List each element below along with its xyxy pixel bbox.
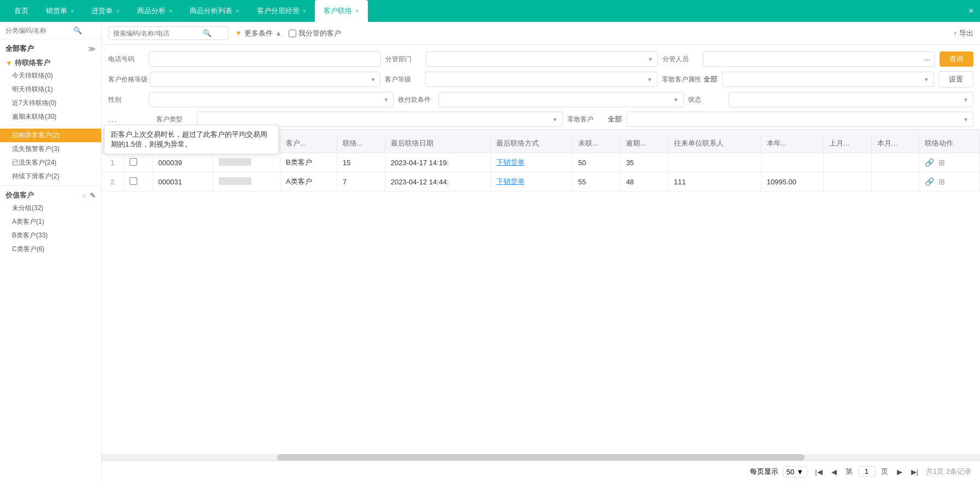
page-suffix: 页 (878, 466, 891, 478)
nav-tab-purchase-label: 进货单 (91, 6, 113, 16)
nav-tab-product-list-close[interactable]: × (236, 8, 239, 14)
td-ldate-1: 2023-04-12 14:44: (385, 172, 490, 191)
sidebar-divider-2 (0, 185, 101, 186)
td-code-1: 000031 (152, 172, 213, 191)
export-button[interactable]: ↑ 导出 (954, 28, 974, 38)
filter-phone-select[interactable] (149, 51, 381, 67)
row-checkbox-0[interactable] (130, 158, 137, 166)
sidebar-item-c-class[interactable]: C类客户(6) (0, 242, 101, 256)
sidebar-search-icon[interactable]: 🔍 (73, 26, 82, 34)
search-icon[interactable]: 🔍 (203, 29, 212, 37)
filter-bar: 🔍 ▼ 更多条件 ▲ 我分管的客户 ↑ 导出 (102, 22, 980, 45)
sidebar-item-tomorrow[interactable]: 明天待联络(1) (0, 83, 101, 96)
th-contact-person: 往来单位联系人 (668, 134, 761, 153)
search-input[interactable] (113, 30, 201, 37)
window-close-button[interactable]: × (969, 6, 973, 16)
sidebar-item-today[interactable]: 今天待联络(0) (0, 69, 101, 83)
sidebar-group2-circle[interactable]: ○ (82, 191, 86, 200)
th-this-month: 本月... (871, 134, 919, 153)
td-cperson-0 (668, 153, 761, 172)
nav-tab-customer-tier-label: 客户分层经营 (257, 6, 300, 16)
filter-retail-customer-value: 全部 (608, 114, 622, 124)
filter-retail-attr-select[interactable]: ▼ (722, 72, 934, 87)
nav-tab-customer-contact[interactable]: 客户联络 × (315, 0, 367, 22)
filter-field-retail-customer: 零散客户 全部 ▼ (567, 112, 974, 127)
per-page-select[interactable]: 50 ▼ (783, 466, 807, 478)
filter-branch-dept-select[interactable]: ▼ (426, 51, 658, 67)
filter-more-dots[interactable]: ... (108, 114, 117, 124)
page-first-btn[interactable]: |◀ (812, 467, 825, 477)
nav-tab-sales[interactable]: 销货单 × (37, 0, 83, 22)
td-index-1: 2 (102, 172, 124, 191)
nav-tab-home[interactable]: 首页 (5, 0, 37, 22)
last-contact-link-1[interactable]: 下销货单 (496, 177, 525, 185)
nav-tab-purchase-close[interactable]: × (116, 8, 119, 14)
page-number-input[interactable] (858, 466, 876, 477)
td-nocontact-0: 50 (572, 153, 620, 172)
td-ctype-0: B类客户 (280, 153, 337, 172)
page-last-btn[interactable]: ▶| (908, 467, 922, 477)
action-grid-0[interactable]: ⊞ (938, 158, 945, 167)
td-index-0: 1 (102, 153, 124, 172)
td-lmethod-1: 下销货单 (490, 172, 572, 191)
filter-field-price-level: 客户价格等级 ▼ (108, 72, 380, 87)
td-thismonth-1 (871, 172, 919, 191)
sidebar-item-a-class[interactable]: A类客户(1) (0, 215, 101, 229)
table-area: ⚙ 客户编码 客户名称 客户... 联络... 最后联络日期 最后联络方式 未联… (102, 134, 980, 454)
action-grid-1[interactable]: ⊞ (938, 177, 945, 186)
sidebar-all-customers-header: 全部客户 ≫ (0, 39, 101, 56)
page-next-btn[interactable]: ▶ (894, 467, 906, 477)
filter-payment-select[interactable]: ▼ (438, 92, 683, 107)
sidebar-item-7days[interactable]: 近7天待联络(0) (0, 96, 101, 110)
td-ccount-1: 7 (337, 172, 385, 191)
main-layout: 🔍 全部客户 ≫ ▼ 待联络客户 今天待联络(0) 明天待联络(1) 近7天待联… (0, 22, 980, 482)
td-cb-0 (124, 153, 152, 172)
filter-branch-dept-label: 分管部门 (385, 55, 424, 64)
nav-tab-purchase[interactable]: 进货单 × (83, 0, 128, 22)
query-button[interactable]: 查询 (940, 51, 973, 67)
action-link-0[interactable]: 🔗 (925, 158, 934, 167)
my-customers-checkbox[interactable] (289, 30, 296, 37)
sidebar-search-input[interactable] (5, 27, 71, 34)
sidebar-item-overdue[interactable]: 逾期未联络(30) (0, 110, 101, 124)
horizontal-scrollbar[interactable] (102, 454, 980, 461)
sidebar-item-declining[interactable]: 持续下滑客户(2) (0, 170, 101, 183)
th-last-contact-date: 最后联络日期 (385, 134, 490, 153)
action-link-1[interactable]: 🔗 (925, 177, 934, 186)
last-contact-link-0[interactable]: 下销货单 (496, 158, 525, 166)
nav-tab-customer-contact-close[interactable]: × (355, 8, 359, 14)
table-row: 2 000031 A类客户 7 2023-04-12 14:44: 下销货单 5… (102, 172, 980, 191)
nav-tab-product-list[interactable]: 商品分析列表 × (181, 0, 248, 22)
td-lastmonth-1 (823, 172, 871, 191)
sidebar-item-b-class[interactable]: B类客户(33) (0, 229, 101, 242)
sidebar-group2-label: 价值客户 (5, 190, 34, 200)
filter-branch-person-select[interactable]: ··· (703, 51, 935, 67)
sidebar-group2-edit[interactable]: ✎ (90, 191, 96, 200)
nav-tab-customer-tier[interactable]: 客户分层经营 × (248, 0, 315, 22)
nav-tab-product-analysis-close[interactable]: × (169, 8, 172, 14)
sidebar-item-loss-warning[interactable]: 流失预警客户(3) (0, 142, 101, 156)
page-prev-btn[interactable]: ◀ (828, 467, 840, 477)
filter-customer-level-select[interactable]: ▼ (425, 72, 657, 87)
nav-tab-sales-close[interactable]: × (71, 8, 74, 14)
filter-gender-select[interactable]: ▼ (149, 92, 394, 107)
td-name-0 (213, 153, 280, 172)
sidebar-collapse-icon[interactable]: ≫ (88, 45, 96, 53)
settings-btn-area: 设置 (938, 71, 973, 88)
nav-tab-product-analysis[interactable]: 商品分析 × (128, 0, 181, 22)
row-checkbox-1[interactable] (130, 177, 137, 185)
sidebar-item-unclassified[interactable]: 未分组(32) (0, 201, 101, 215)
td-actions-0: 🔗 ⊞ (919, 153, 980, 172)
nav-tab-product-list-label: 商品分析列表 (190, 6, 232, 16)
settings-button[interactable]: 设置 (938, 71, 973, 88)
nav-tab-customer-tier-close[interactable]: × (303, 8, 306, 14)
filter-retail-customer-select[interactable]: ▼ (626, 112, 974, 127)
filter-field-gender: 性别 ▼ (108, 92, 394, 107)
filter-price-level-select[interactable]: ▼ (150, 72, 380, 87)
more-conditions-btn[interactable]: ▼ 更多条件 ▲ (235, 28, 282, 38)
filter-status-select[interactable]: ▼ (729, 92, 973, 107)
scrollbar-thumb[interactable] (277, 454, 804, 461)
filter-icon: ▼ (235, 29, 242, 37)
sidebar-item-lost[interactable]: 已流失客户(24) (0, 156, 101, 170)
sidebar-item-repurchase-anomaly[interactable]: 回购异常客户(2) (0, 129, 101, 142)
